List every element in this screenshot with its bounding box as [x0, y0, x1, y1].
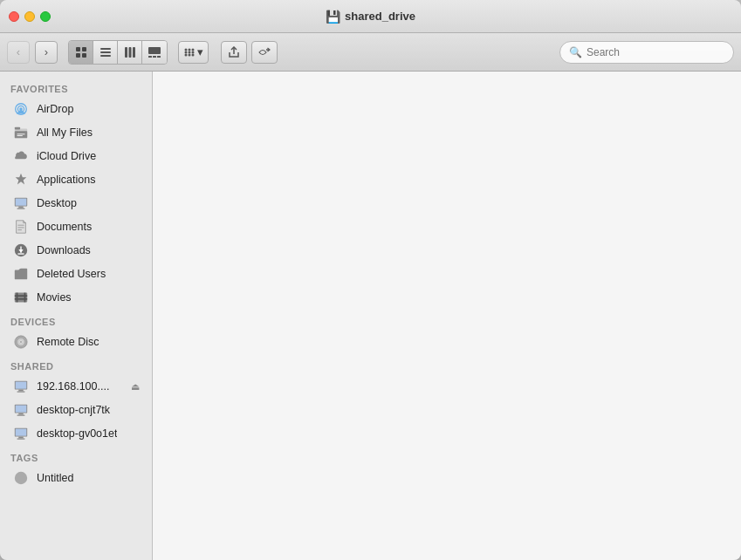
movies-icon	[12, 289, 30, 306]
computer-icon	[12, 401, 30, 419]
minimize-button[interactable]	[24, 11, 35, 22]
search-input[interactable]	[587, 46, 724, 58]
svg-point-20	[192, 48, 195, 51]
toolbar: ‹ ›	[0, 33, 741, 72]
sidebar-item-label: Deleted Users	[37, 268, 106, 280]
view-column-button[interactable]	[118, 41, 142, 64]
all-files-icon	[12, 124, 30, 141]
documents-icon	[12, 218, 30, 236]
sidebar-item-label: Documents	[37, 221, 92, 233]
traffic-lights	[9, 11, 51, 22]
back-button[interactable]: ‹	[7, 41, 30, 64]
shared-section-label: Shared	[0, 354, 152, 374]
search-box[interactable]: 🔍	[559, 41, 734, 64]
forward-icon: ›	[45, 45, 48, 58]
view-gallery-button[interactable]	[142, 41, 167, 64]
airdrop-icon	[12, 100, 30, 118]
tags-section-label: Tags	[0, 446, 152, 466]
svg-rect-51	[16, 382, 27, 389]
sidebar-item-desktop-cnjt7tk[interactable]: desktop-cnjt7tk	[3, 399, 148, 421]
finder-window: 💾 shared_drive ‹ ›	[0, 0, 741, 560]
desktop-icon	[12, 195, 30, 212]
sidebar-item-label: desktop-gv0o1et	[37, 427, 117, 440]
maximize-button[interactable]	[40, 11, 51, 22]
sidebar-item-downloads[interactable]: Downloads	[3, 239, 148, 262]
svg-point-21	[192, 51, 195, 53]
sidebar-item-ip-address[interactable]: 192.168.100.... ⏏	[3, 375, 148, 398]
svg-rect-11	[148, 56, 152, 58]
eject-icon[interactable]: ⏏	[131, 381, 140, 393]
svg-rect-55	[16, 406, 27, 413]
svg-rect-10	[148, 47, 161, 54]
svg-rect-53	[17, 391, 25, 392]
svg-rect-6	[100, 55, 111, 57]
sidebar: Favorites AirDrop	[0, 72, 153, 560]
sidebar-item-desktop-gv0o1et[interactable]: desktop-gv0o1et	[3, 422, 148, 445]
svg-rect-45	[15, 298, 27, 300]
svg-rect-28	[15, 127, 20, 130]
icon-view-icon	[75, 46, 87, 58]
sidebar-item-documents[interactable]: Documents	[3, 215, 148, 238]
title-icon: 💾	[326, 10, 340, 24]
share-icon	[228, 46, 240, 58]
folder-icon	[12, 265, 30, 283]
svg-rect-4	[100, 48, 111, 50]
svg-rect-9	[133, 47, 135, 58]
sidebar-item-movies[interactable]: Movies	[3, 286, 148, 309]
action-icon	[257, 46, 271, 58]
svg-rect-61	[17, 438, 25, 439]
svg-rect-7	[125, 47, 127, 58]
back-icon: ‹	[17, 45, 20, 58]
sidebar-item-label: iCloud Drive	[37, 150, 96, 162]
svg-rect-13	[157, 56, 161, 58]
sidebar-item-remote-disc[interactable]: Remote Disc	[3, 331, 148, 353]
sidebar-item-label: Applications	[37, 174, 95, 186]
applications-icon	[12, 171, 30, 188]
view-icon-button[interactable]	[69, 41, 93, 64]
sort-icon	[183, 46, 196, 58]
sidebar-item-untitled[interactable]: Untitled	[3, 467, 148, 489]
sidebar-item-label: Desktop	[37, 197, 77, 209]
view-buttons	[68, 40, 168, 65]
sidebar-item-icloud-drive[interactable]: iCloud Drive	[3, 145, 148, 167]
sidebar-item-label: Untitled	[37, 472, 73, 484]
titlebar: 💾 shared_drive	[0, 0, 741, 33]
action-buttons	[221, 41, 278, 64]
svg-rect-52	[18, 390, 23, 392]
list-view-icon	[99, 46, 112, 58]
svg-rect-3	[82, 53, 86, 58]
forward-button[interactable]: ›	[35, 41, 58, 64]
sidebar-item-all-my-files[interactable]: All My Files	[3, 121, 148, 144]
action-button[interactable]	[251, 41, 278, 64]
view-list-button[interactable]	[93, 41, 118, 64]
svg-rect-8	[128, 47, 131, 58]
favorites-section-label: Favorites	[0, 77, 152, 97]
tag-icon	[12, 469, 30, 487]
svg-rect-43	[24, 293, 26, 303]
share-button[interactable]	[221, 41, 247, 64]
close-button[interactable]	[9, 11, 19, 22]
gallery-view-icon	[148, 46, 161, 58]
sidebar-item-deleted-users[interactable]: Deleted Users	[3, 263, 148, 285]
svg-rect-33	[18, 207, 23, 208]
sidebar-item-airdrop[interactable]: AirDrop	[3, 98, 148, 120]
computer-icon	[12, 425, 30, 442]
downloads-icon	[12, 242, 30, 259]
main-area: Favorites AirDrop	[0, 72, 741, 560]
computer-icon	[12, 378, 30, 395]
icloud-icon	[12, 147, 30, 165]
sort-button[interactable]: ▾	[178, 41, 209, 64]
sidebar-item-applications[interactable]: Applications	[3, 168, 148, 191]
content-area	[153, 72, 741, 560]
svg-rect-59	[16, 429, 27, 436]
svg-rect-42	[17, 293, 18, 303]
sidebar-item-label: Movies	[37, 291, 72, 304]
svg-point-15	[185, 51, 188, 53]
svg-point-62	[15, 472, 27, 484]
sidebar-item-desktop[interactable]: Desktop	[3, 192, 148, 215]
sidebar-item-label: All My Files	[37, 126, 93, 139]
svg-rect-0	[76, 47, 80, 51]
svg-rect-56	[18, 413, 23, 415]
search-icon: 🔍	[569, 46, 582, 58]
window-title: 💾 shared_drive	[326, 10, 415, 24]
